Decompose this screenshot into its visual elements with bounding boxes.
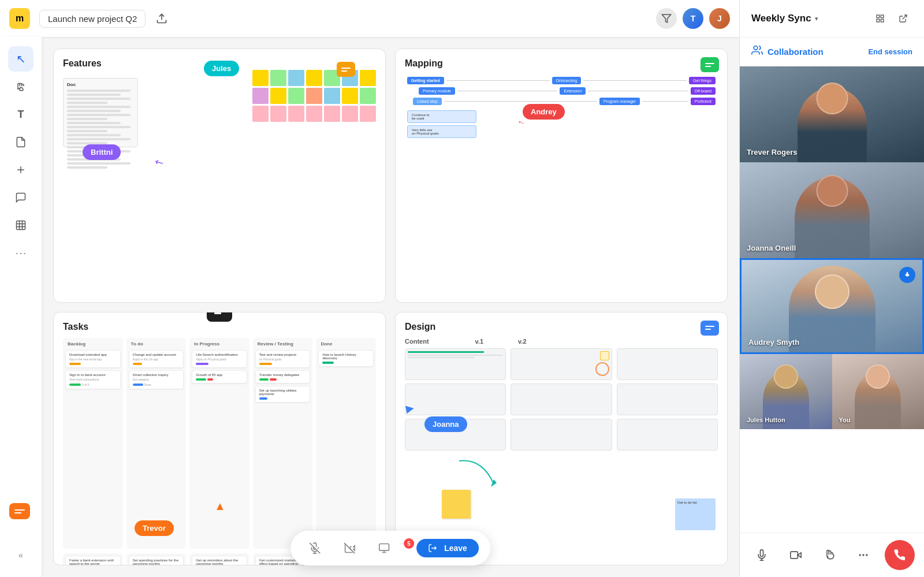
sticky-tool[interactable] [8, 129, 33, 155]
doc-preview: Doc [63, 78, 138, 147]
svg-marker-1 [662, 14, 671, 23]
panel-header-icons [871, 9, 912, 28]
sticky-blue-design: Get to do list [675, 498, 716, 530]
board-grid: Features Doc [42, 37, 739, 577]
frame-tool[interactable] [8, 213, 33, 238]
msg-bubble-design [701, 321, 719, 336]
participant-name-joanna: Joanna Oneill [747, 244, 796, 252]
svg-point-22 [754, 46, 758, 50]
msg-bubble-floating [207, 312, 232, 322]
external-link-icon[interactable] [894, 9, 912, 28]
right-panel: Weekly Sync ▾ [739, 0, 924, 577]
panel-video-button[interactable] [783, 542, 808, 568]
project-title[interactable]: Launch new project Q2 [39, 10, 146, 28]
left-toolbar: ↖ T [0, 37, 42, 577]
svg-line-13 [344, 543, 355, 553]
svg-rect-27 [791, 552, 798, 559]
msg-bubble-features [337, 62, 355, 77]
avatar-2[interactable]: J [709, 8, 730, 29]
svg-rect-4 [17, 221, 25, 230]
miro-logo: m [9, 8, 30, 29]
kanban-todo: To do Change and update account Apply in… [126, 338, 187, 549]
leave-section: 5 Leave [406, 539, 479, 557]
pen-tool[interactable] [8, 157, 33, 183]
kanban-card: Set up launching utilities payments [255, 386, 311, 403]
participant-badge: 5 [404, 538, 414, 549]
svg-line-21 [903, 15, 907, 19]
filter-icon[interactable] [656, 8, 677, 29]
select-tool[interactable]: ↖ [8, 46, 33, 72]
mute-button[interactable] [302, 535, 327, 561]
text-tool[interactable]: T [8, 102, 33, 127]
cursor-andrey: Andrey [523, 104, 565, 120]
svg-point-30 [866, 554, 867, 556]
sticky-grid [252, 70, 376, 122]
header: m Launch new project Q2 T J [0, 0, 739, 37]
design-arrow [453, 455, 500, 490]
upload-button[interactable] [151, 8, 172, 29]
end-call-button[interactable] [885, 540, 915, 570]
title-dropdown-icon[interactable]: ▾ [815, 15, 818, 23]
section-mapping: Mapping Getting started Onboarding [395, 49, 728, 303]
design-version-labels: Content v.1 v.2 [405, 338, 718, 345]
svg-marker-26 [798, 553, 801, 557]
video-button[interactable] [337, 535, 362, 561]
kanban-backlog: Backlog Download extended app App in the… [63, 338, 123, 549]
design-title: Design [405, 322, 718, 332]
kanban-review: Review / Testing Test and review project… [253, 338, 313, 549]
kanban-inprogress: In Progress Life-Search authentification… [189, 338, 249, 549]
video-tile-you: You [832, 354, 925, 429]
chat-bubble-left [9, 503, 30, 519]
panel-header: Weekly Sync ▾ [740, 0, 924, 38]
collapse-sidebar[interactable]: « [8, 542, 33, 568]
section-features: Features Doc [53, 49, 386, 303]
end-session-button[interactable]: End session [868, 47, 912, 56]
kanban-card: Transfer money delegates [255, 370, 311, 384]
section-design: Design Content v.1 v.2 [395, 312, 728, 566]
header-icons: T J [656, 8, 730, 29]
bottom-toolbar: 5 Leave [290, 531, 490, 565]
kanban-b-todo: Set spending practices for the upcoming … [126, 553, 187, 565]
sticky-yellow-design [442, 490, 471, 519]
svg-point-28 [859, 554, 861, 556]
kanban-b-backlog: Faster a bank extension until search to … [63, 553, 123, 565]
section-tasks: Tasks Backlog Download extended app [53, 312, 386, 566]
mapping-title: Mapping [405, 58, 718, 69]
kanban-card: Life-Search authentification Apply on Ph… [192, 350, 247, 368]
video-tile-trever: Trever Rogers [740, 66, 924, 162]
kanban-card: Sign in to bank account View bank transa… [65, 370, 121, 389]
leave-button[interactable]: Leave [416, 539, 479, 557]
kanban-card: Change and update account Apply in the 1… [129, 350, 184, 368]
svg-rect-14 [379, 544, 389, 551]
canvas-content: Features Doc [42, 37, 739, 577]
svg-rect-20 [877, 19, 880, 22]
tasks-title: Tasks [63, 322, 376, 332]
kanban-card: Test and review projects on Physical goa… [255, 350, 311, 368]
kanban-done: Done How to launch History discovery [316, 338, 376, 549]
panel-controls [740, 533, 924, 577]
kanban-card: Growth of 85 app [192, 370, 247, 384]
panel-more-button[interactable] [851, 542, 876, 568]
grid-view-icon[interactable] [871, 9, 889, 28]
cursor-joanna: Joanna [424, 416, 467, 432]
kanban-card: Download extended app App in the new wor… [65, 350, 121, 368]
hand-tool[interactable] [8, 74, 33, 99]
collaboration-icon [751, 44, 763, 59]
participant-name-trever: Trever Rogers [747, 148, 797, 157]
panel-hand-button[interactable] [817, 542, 843, 568]
svg-rect-19 [881, 19, 884, 22]
msg-bubble-mapping [701, 57, 719, 72]
panel-mic-button[interactable] [749, 542, 774, 568]
speaking-indicator [899, 267, 915, 283]
avatar-1[interactable]: T [683, 8, 703, 29]
share-button[interactable] [371, 535, 397, 561]
comment-tool[interactable] [8, 185, 33, 210]
panel-title: Weekly Sync [751, 13, 811, 24]
more-tools[interactable]: ⋯ [8, 240, 33, 266]
doc-label: Doc [67, 82, 134, 87]
canvas-area: m Launch new project Q2 T J ↖ [0, 0, 739, 577]
participant-name-jules: Jules Hutton [747, 416, 785, 423]
video-tile-audrey: Audrey Smyth [740, 258, 924, 354]
video-tiles-container: Trever Rogers Joanna Oneill Audrey Smyth [740, 66, 924, 533]
kanban-card: Smart collection inquiry Set category Do… [129, 370, 184, 389]
